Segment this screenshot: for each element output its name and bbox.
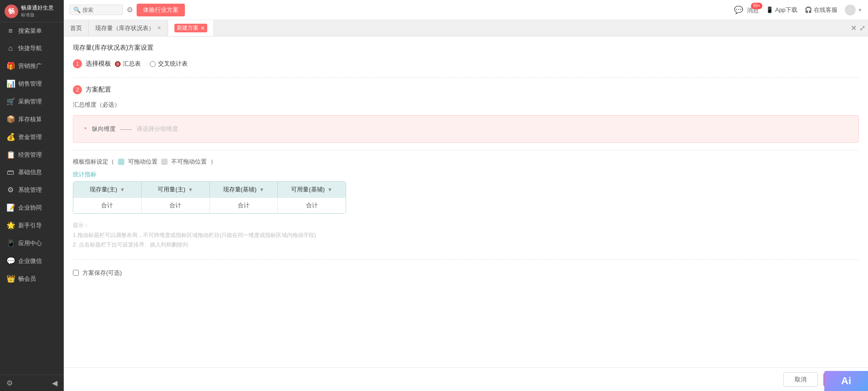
industry-btn[interactable]: 体验行业方案 [137, 4, 185, 16]
tips-title: 提示： [73, 222, 89, 228]
inventory-icon: 📦 [6, 115, 15, 123]
search-box[interactable]: 🔍 [69, 5, 123, 15]
tips-area: 提示： 1.拖动标题栏可以调整布局，不可跨维度或指标区域拖动栏目(只能在同一维度… [73, 221, 859, 250]
dash-separator: —— [120, 126, 132, 133]
user-area[interactable]: ▼ [845, 5, 863, 15]
template-radio-group: 汇总表 交叉统计表 [115, 60, 188, 68]
sidebar-item-inventory[interactable]: 📦 库存核算 [0, 110, 64, 128]
user-label: ▼ [858, 7, 863, 13]
enterprise-icon: 📝 [6, 203, 15, 212]
sidebar-item-purchase[interactable]: 🛒 采购管理 [0, 93, 64, 110]
tab-close-btn[interactable]: ✕ [851, 24, 857, 32]
sidebar-item-search-menu[interactable]: ≡ 搜索菜单 [0, 22, 64, 40]
quick-nav-icon: ⌂ [6, 44, 15, 52]
vertical-dimension-area: * 纵向维度 —— 请选择分组维度 [73, 115, 859, 143]
marketing-icon: 🎁 [6, 62, 15, 70]
message-area[interactable]: 💬 99+ 消息 [734, 5, 759, 15]
sidebar-item-sys-manage[interactable]: ⚙ 系统管理 [0, 181, 64, 199]
stats-col-2: 可用量(主) ▼ [142, 182, 210, 197]
gear-icon[interactable]: ⚙ [127, 5, 133, 14]
sidebar-item-new-guide[interactable]: 🌟 新手引导 [0, 216, 64, 234]
stats-col-2-chevron[interactable]: ▼ [188, 187, 193, 192]
cancel-button[interactable]: 取消 [783, 372, 818, 387]
stats-table-header: 现存量(主) ▼ 可用量(主) ▼ 现存量(基辅) ▼ 可用量(基辅) [73, 182, 346, 197]
stats-col-3-chevron[interactable]: ▼ [259, 187, 264, 192]
stats-cell-4: 合计 [278, 198, 346, 213]
tab-inventory-status[interactable]: 现存量（库存状况表） ✕ [89, 20, 168, 36]
topbar-left: 🔍 ⚙ 体验行业方案 [69, 4, 185, 16]
customer-service-area[interactable]: 🎧 在线客服 [805, 6, 837, 14]
enterprise-wechat-icon: 💬 [6, 257, 15, 265]
message-icon: 💬 [734, 6, 743, 14]
tab-inventory-status-close[interactable]: ✕ [157, 25, 161, 31]
section2-title: 方案配置 [86, 86, 111, 94]
divider1 [73, 77, 859, 78]
section1-header: 1 选择模板 汇总表 交叉统计表 [73, 59, 859, 68]
stats-col-1: 现存量(主) ▼ [73, 182, 142, 197]
app-download-icon: 📱 [766, 6, 773, 13]
summary-dimension-label: 汇总维度（必选） [73, 101, 120, 109]
sys-manage-icon: ⚙ [6, 185, 15, 194]
main-area: 🔍 ⚙ 体验行业方案 💬 99+ 消息 📱 App下载 🎧 在线客服 ▼ [64, 0, 868, 391]
customer-service-icon: 🎧 [805, 6, 812, 13]
settings-icon[interactable]: ⚙ [6, 379, 13, 387]
summary-dimension-row: 汇总维度（必选） [73, 101, 859, 109]
stats-col-4: 可用量(基辅) ▼ [278, 182, 346, 197]
sidebar-item-enterprise[interactable]: 📝 企业协同 [0, 199, 64, 216]
vertical-dimension-placeholder: 请选择分组维度 [137, 125, 178, 133]
footer-bar: 取消 查询 [64, 367, 868, 391]
sidebar-label-finance: 资金管理 [18, 133, 42, 141]
tab-inventory-status-label: 现存量（库存状况表） [95, 24, 154, 32]
sidebar-label-quick-nav: 快捷导航 [18, 44, 42, 52]
indicator-config-label-row: 模板指标设定（ 可拖动位置 不可拖动位置 ） [73, 158, 859, 166]
stats-col-4-chevron[interactable]: ▼ [327, 187, 332, 192]
sidebar-item-operations[interactable]: 📋 经营管理 [0, 146, 64, 164]
tips-item2: 2. 点击标题栏下拉可设置排序、插入列和删除列 [73, 242, 188, 248]
tab-new-plan[interactable]: 新建方案 ✕ [168, 20, 214, 36]
sidebar-label-inventory: 库存核算 [18, 115, 42, 123]
sidebar-label-search-menu: 搜索菜单 [18, 27, 42, 35]
search-input[interactable] [82, 7, 119, 13]
sidebar-item-marketing[interactable]: 🎁 营销推广 [0, 57, 64, 75]
stats-col-1-chevron[interactable]: ▼ [120, 187, 125, 192]
purchase-icon: 🛒 [6, 97, 15, 106]
sidebar-label-member: 畅会员 [18, 275, 36, 283]
sidebar-item-basic-info[interactable]: 🗃 基础信息 [0, 164, 64, 181]
sidebar-item-member[interactable]: 👑 畅会员 [0, 270, 64, 288]
save-checkbox[interactable] [73, 270, 79, 276]
stats-col-3-label: 现存量(基辅) [223, 185, 257, 194]
radio-summary-input[interactable] [115, 61, 121, 67]
volume-icon[interactable]: ◀ [52, 379, 57, 387]
message-count: 99+ [751, 3, 762, 9]
stats-col-2-label: 可用量(主) [158, 185, 185, 194]
radio-cross[interactable]: 交叉统计表 [150, 60, 188, 68]
tab-home[interactable]: 首页 [64, 20, 89, 36]
radio-cross-label: 交叉统计表 [158, 60, 188, 68]
ai-badge[interactable]: Ai [824, 371, 868, 391]
tab-new-plan-close[interactable]: ✕ [200, 25, 205, 31]
sidebar: 畅 畅康通好生意 标准版 ≡ 搜索菜单 ⌂ 快捷导航 🎁 营销推广 📊 销售管理… [0, 0, 64, 391]
section2-header: 2 方案配置 [73, 85, 859, 94]
stats-col-1-label: 现存量(主) [90, 185, 117, 194]
tab-home-label: 首页 [70, 24, 82, 32]
tab-expand-btn[interactable]: ⤢ [859, 24, 865, 32]
draggable-badge [118, 159, 124, 165]
topbar-right: 💬 99+ 消息 📱 App下载 🎧 在线客服 ▼ [734, 5, 863, 15]
sidebar-item-sales[interactable]: 📊 销售管理 [0, 75, 64, 93]
app-download-area[interactable]: 📱 App下载 [766, 6, 797, 14]
section-template: 1 选择模板 汇总表 交叉统计表 [73, 59, 859, 68]
section1-num: 1 [73, 59, 82, 68]
sidebar-label-new-guide: 新手引导 [18, 221, 42, 230]
sidebar-item-app-center[interactable]: 📱 应用中心 [0, 234, 64, 252]
sidebar-item-finance[interactable]: 💰 资金管理 [0, 128, 64, 146]
sidebar-item-quick-nav[interactable]: ⌂ 快捷导航 [0, 40, 64, 57]
app-download-label: App下载 [775, 6, 797, 14]
radio-cross-input[interactable] [150, 61, 156, 67]
new-guide-icon: 🌟 [6, 221, 15, 230]
radio-summary[interactable]: 汇总表 [115, 60, 141, 68]
customer-service-label: 在线客服 [814, 6, 837, 14]
sidebar-label-operations: 经营管理 [18, 151, 42, 159]
tab-new-plan-badge: 新建方案 ✕ [174, 24, 207, 32]
stats-table: 现存量(主) ▼ 可用量(主) ▼ 现存量(基辅) ▼ 可用量(基辅) [73, 181, 346, 214]
sidebar-item-enterprise-wechat[interactable]: 💬 企业微信 [0, 252, 64, 270]
